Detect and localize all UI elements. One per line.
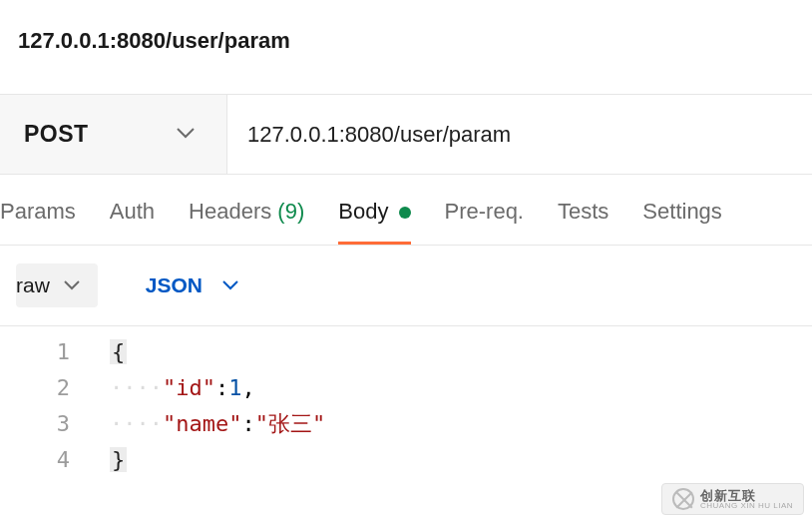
body-mode-select[interactable]: raw xyxy=(16,263,98,307)
tab-body-label: Body xyxy=(338,199,388,224)
tab-auth[interactable]: Auth xyxy=(110,199,155,231)
watermark-logo-icon xyxy=(672,488,694,510)
chevron-down-icon xyxy=(177,126,195,144)
tabs-bar: Params Auth Headers (9) Body Pre-req. Te… xyxy=(0,175,812,246)
code-content[interactable]: { ····"id":1, ····"name":"张三" } xyxy=(110,326,812,478)
code-editor[interactable]: 1 2 3 4 { ····"id":1, ····"name":"张三" } xyxy=(0,326,812,478)
tab-headers-count: (9) xyxy=(277,199,304,224)
tab-params[interactable]: Params xyxy=(0,199,76,231)
tab-body[interactable]: Body xyxy=(338,199,410,231)
body-format-label: JSON xyxy=(146,273,203,297)
tab-headers[interactable]: Headers (9) xyxy=(189,199,304,231)
body-format-select[interactable]: JSON xyxy=(146,273,238,297)
http-method-select[interactable]: POST xyxy=(0,95,227,174)
line-number: 2 xyxy=(0,370,70,406)
watermark: 创新互联 CHUANG XIN HU LIAN xyxy=(661,483,804,515)
line-gutter: 1 2 3 4 xyxy=(0,326,110,478)
code-line: } xyxy=(110,442,812,478)
code-line: ····"name":"张三" xyxy=(110,406,812,442)
chevron-down-icon xyxy=(222,276,238,294)
tab-prereq[interactable]: Pre-req. xyxy=(445,199,524,231)
body-controls: raw JSON xyxy=(0,246,812,326)
line-number: 1 xyxy=(0,334,70,370)
request-title: 127.0.0.1:8080/user/param xyxy=(0,0,812,74)
tab-headers-label: Headers xyxy=(189,199,271,224)
chevron-down-icon xyxy=(64,276,80,294)
tab-tests[interactable]: Tests xyxy=(558,199,609,231)
code-line: ····"id":1, xyxy=(110,370,812,406)
tab-settings[interactable]: Settings xyxy=(642,199,722,231)
modified-indicator-icon xyxy=(399,207,411,219)
http-method-label: POST xyxy=(24,121,89,148)
line-number: 3 xyxy=(0,406,70,442)
line-number: 4 xyxy=(0,442,70,478)
request-row: POST xyxy=(0,94,812,175)
body-mode-label: raw xyxy=(16,273,50,297)
watermark-text: 创新互联 CHUANG XIN HU LIAN xyxy=(700,489,793,510)
code-line: { xyxy=(110,334,812,370)
url-input[interactable] xyxy=(227,95,812,174)
